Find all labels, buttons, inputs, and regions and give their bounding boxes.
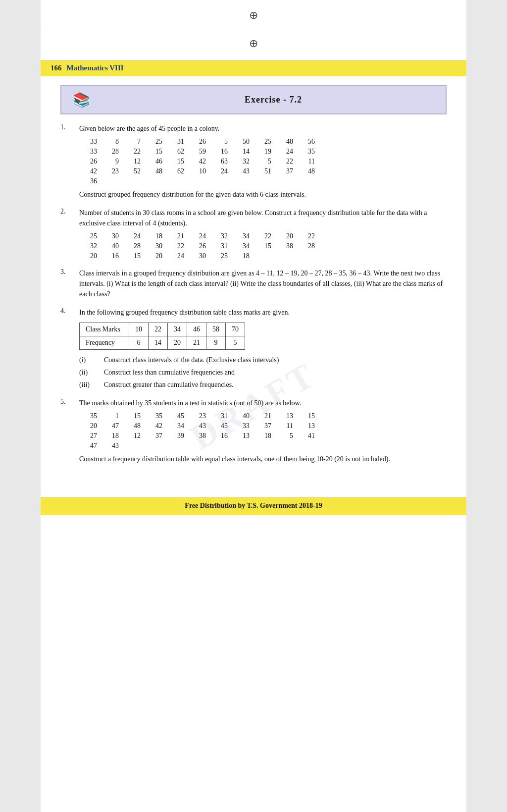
table-cell-freq-14: 14 — [149, 336, 168, 350]
q5-text: The marks obtained by 35 students in a t… — [79, 398, 301, 408]
book-title: Mathematics VIII — [67, 64, 124, 72]
q4-sub3-label: (iii) — [79, 379, 98, 390]
question-5: 5. The marks obtained by 35 students in … — [60, 398, 447, 464]
table-row-frequency: Frequency 6 14 20 21 9 5 — [80, 336, 245, 350]
q1-row2: 3328221562591614192435 — [79, 148, 447, 156]
q1-row3: 26912461542633252211 — [79, 158, 447, 165]
exercise-icon: 📚 — [61, 86, 101, 113]
table-row-header: Class Marks 10 22 34 46 58 70 — [80, 323, 245, 336]
table-cell-34: 34 — [168, 323, 187, 336]
footer-text: Free Distribution by T.S. Government 201… — [185, 502, 322, 509]
top-crosshair-icon: ⊕ — [249, 9, 258, 21]
table-cell-classmarks-label: Class Marks — [80, 323, 129, 336]
table-cell-70: 70 — [226, 323, 245, 336]
q1-instruction: Construct grouped frequency distribution… — [79, 189, 447, 200]
table-cell-freq-21: 21 — [187, 336, 206, 350]
table-cell-freq-20: 20 — [168, 336, 187, 350]
table-cell-22: 22 — [149, 323, 168, 336]
q1-row1: 3387253126550254856 — [79, 138, 447, 146]
q5-row3: 271812373938161318541 — [79, 432, 447, 440]
table-cell-freq-9: 9 — [206, 336, 226, 350]
q2-row2: 3240283022263134153828 — [79, 242, 447, 250]
q4-num: 4. — [60, 307, 74, 318]
q4-sub3-text: Construct greater than cumulative freque… — [104, 379, 234, 390]
q4-text: In the following grouped frequency distr… — [79, 307, 290, 318]
q2-row3: 2016152024302518 — [79, 252, 447, 260]
q5-num: 5. — [60, 398, 74, 408]
q2-data: 2530241821243234222022 32402830222631341… — [79, 232, 447, 260]
q1-text: Given below are the ages of 45 people in… — [79, 123, 219, 134]
footer-bar: Free Distribution by T.S. Government 201… — [41, 497, 466, 515]
exercise-box: 📚 Exercise - 7.2 — [60, 85, 447, 114]
table-cell-freq-5: 5 — [226, 336, 245, 350]
q4-sub2-label: (ii) — [79, 367, 98, 378]
q4-sub2: (ii) Construct less than cumulative freq… — [79, 367, 447, 378]
q4-sub3: (iii) Construct greater than cumulative … — [79, 379, 447, 390]
q2-num: 2. — [60, 208, 74, 228]
page-number: 166 — [51, 64, 62, 72]
top-divider — [41, 29, 466, 29]
question-2: 2. Number of students in 30 class rooms … — [60, 208, 447, 260]
q5-row4: 4743 — [79, 442, 447, 450]
frequency-table: Class Marks 10 22 34 46 58 70 Frequency … — [79, 323, 245, 350]
q5-row2: 2047484234434533371113 — [79, 422, 447, 430]
q4-sub2-text: Construct less than cumulative frequenci… — [104, 367, 235, 378]
table-cell-58: 58 — [206, 323, 226, 336]
question-1: 1. Given below are the ages of 45 people… — [60, 123, 447, 200]
q1-data: 3387253126550254856 33282215625916141924… — [79, 138, 447, 185]
question-4: 4. In the following grouped frequency di… — [60, 307, 447, 390]
q4-sub1: (i) Construct class intervals of the dat… — [79, 355, 447, 365]
question-3: 3. Class intervals in a grouped frequenc… — [60, 268, 447, 299]
q4-sub1-label: (i) — [79, 355, 98, 365]
second-crosshair-icon: ⊕ — [249, 37, 258, 50]
table-cell-freq-label: Frequency — [80, 336, 129, 350]
exercise-title: Exercise - 7.2 — [101, 95, 446, 105]
q1-row4: 4223524862102443513748 — [79, 167, 447, 175]
header-bar: 166 Mathematics VIII — [41, 60, 466, 76]
content-area: 📚 Exercise - 7.2 1. Given below are the … — [41, 85, 466, 482]
q2-row1: 2530241821243234222022 — [79, 232, 447, 240]
q3-num: 3. — [60, 268, 74, 299]
table-cell-46: 46 — [187, 323, 206, 336]
q5-data: 351153545233140211315 204748423443453337… — [79, 412, 447, 450]
q4-sub1-text: Construct class intervals of the data. (… — [104, 355, 279, 365]
table-cell-freq-6: 6 — [129, 336, 149, 350]
q1-num: 1. — [60, 123, 74, 134]
q2-text: Number of students in 30 class rooms in … — [79, 208, 447, 228]
q3-text: Class intervals in a grouped frequency d… — [79, 268, 447, 299]
q5-row1: 351153545233140211315 — [79, 412, 447, 420]
q5-instruction: Construct a frequency distribution table… — [79, 454, 447, 464]
q1-row5: 36 — [79, 177, 447, 185]
table-cell-10: 10 — [129, 323, 149, 336]
